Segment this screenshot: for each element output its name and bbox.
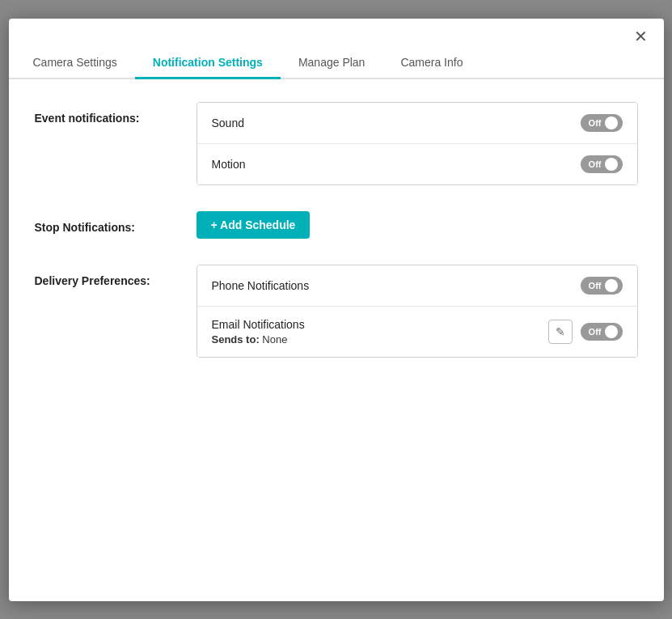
sound-toggle[interactable]: Off bbox=[581, 114, 623, 132]
sends-to-bold: Sends to: bbox=[212, 333, 260, 346]
email-toggle[interactable]: Off bbox=[581, 323, 623, 341]
edit-icon: ✎ bbox=[556, 325, 565, 338]
email-label-group: Email Notifications Sends to: None bbox=[212, 318, 305, 346]
event-notifications-section: Event notifications: Sound Off Motion Of… bbox=[35, 102, 638, 185]
motion-toggle-circle bbox=[605, 158, 618, 171]
phone-toggle-label: Off bbox=[589, 281, 602, 290]
stop-notifications-label: Stop Notifications: bbox=[35, 211, 197, 234]
motion-toggle[interactable]: Off bbox=[581, 155, 623, 173]
email-edit-button[interactable]: ✎ bbox=[548, 320, 573, 344]
phone-toggle[interactable]: Off bbox=[581, 277, 623, 295]
motion-label: Motion bbox=[212, 158, 246, 171]
delivery-preferences-content: Phone Notifications Off Email Notificati… bbox=[197, 265, 638, 358]
email-notifications-row: Email Notifications Sends to: None ✎ bbox=[197, 306, 637, 357]
close-button[interactable]: ✕ bbox=[628, 25, 654, 48]
email-toggle-circle bbox=[605, 325, 618, 338]
phone-notifications-row: Phone Notifications Off bbox=[197, 265, 637, 306]
motion-toggle-label: Off bbox=[589, 159, 602, 169]
modal-body: Event notifications: Sound Off Motion Of… bbox=[9, 79, 664, 601]
modal-overlay: ✕ Camera Settings Notification Settings … bbox=[0, 0, 672, 619]
stop-notifications-content: + Add Schedule bbox=[197, 211, 311, 239]
tab-manage-plan[interactable]: Manage Plan bbox=[281, 48, 383, 79]
delivery-preferences-label: Delivery Preferences: bbox=[35, 265, 197, 287]
tab-camera-info[interactable]: Camera Info bbox=[382, 48, 480, 79]
event-notifications-content: Sound Off Motion Off bbox=[197, 102, 638, 185]
sound-row: Sound Off bbox=[197, 103, 637, 143]
modal-dialog: ✕ Camera Settings Notification Settings … bbox=[9, 19, 664, 601]
tab-notification-settings[interactable]: Notification Settings bbox=[135, 48, 281, 79]
motion-row: Motion Off bbox=[197, 143, 637, 184]
sound-toggle-label: Off bbox=[589, 118, 602, 128]
email-toggle-label: Off bbox=[589, 327, 602, 337]
email-notifications-label: Email Notifications bbox=[212, 318, 305, 331]
sound-toggle-circle bbox=[605, 117, 618, 129]
stop-notifications-section: Stop Notifications: + Add Schedule bbox=[35, 211, 638, 239]
sends-to-value: None bbox=[262, 333, 287, 346]
delivery-preferences-section: Delivery Preferences: Phone Notification… bbox=[35, 265, 638, 358]
email-row-actions: ✎ Off bbox=[548, 320, 623, 344]
modal-header: ✕ bbox=[9, 19, 664, 48]
phone-toggle-circle bbox=[605, 279, 618, 292]
phone-notifications-label: Phone Notifications bbox=[212, 279, 310, 292]
add-schedule-button[interactable]: + Add Schedule bbox=[197, 211, 311, 239]
event-notifications-label: Event notifications: bbox=[35, 102, 197, 125]
email-sends-to: Sends to: None bbox=[212, 333, 305, 346]
tab-camera-settings[interactable]: Camera Settings bbox=[15, 48, 135, 79]
sound-label: Sound bbox=[212, 117, 244, 129]
tab-bar: Camera Settings Notification Settings Ma… bbox=[9, 48, 664, 79]
